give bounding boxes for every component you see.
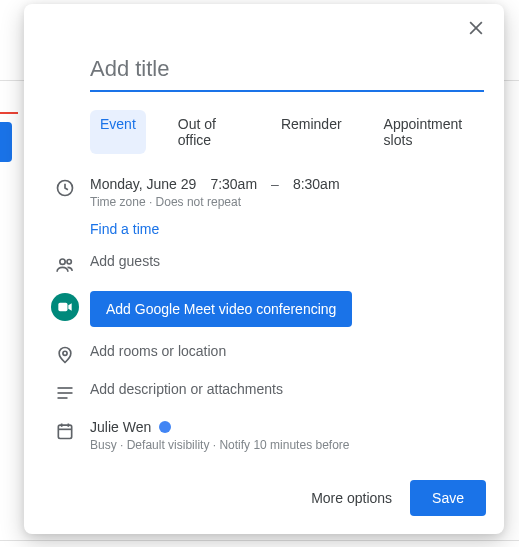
event-start-time[interactable]: 7:30am (210, 176, 257, 192)
event-end-time[interactable]: 8:30am (293, 176, 340, 192)
add-guests-field[interactable]: Add guests (90, 253, 160, 269)
visibility-label[interactable]: Default visibility (117, 438, 210, 452)
tab-event[interactable]: Event (90, 110, 146, 154)
svg-rect-8 (58, 303, 67, 311)
repeat-link[interactable]: Does not repeat (146, 195, 241, 209)
add-location-field[interactable]: Add rooms or location (90, 343, 226, 359)
svg-point-6 (60, 259, 65, 264)
add-google-meet-button[interactable]: Add Google Meet video conferencing (90, 291, 352, 327)
tab-out-of-office[interactable]: Out of office (168, 110, 249, 154)
event-date[interactable]: Monday, June 29 (90, 176, 196, 192)
find-a-time-link[interactable]: Find a time (90, 221, 484, 237)
clock-icon (40, 176, 90, 198)
event-type-tabs: Event Out of office Reminder Appointment… (24, 92, 504, 168)
calendar-color-dot (159, 421, 171, 433)
time-dash: – (271, 176, 279, 192)
title-input[interactable] (90, 50, 484, 92)
calendar-owner-name[interactable]: Julie Wen (90, 419, 151, 435)
svg-rect-13 (58, 397, 68, 399)
close-icon[interactable] (462, 14, 490, 42)
notification-label[interactable]: Notify 10 minutes before (209, 438, 349, 452)
timezone-link[interactable]: Time zone (90, 195, 146, 209)
guests-icon (40, 253, 90, 275)
svg-point-10 (63, 351, 67, 355)
meet-icon (51, 293, 79, 321)
tab-appointment-slots[interactable]: Appointment slots (374, 110, 484, 154)
save-button[interactable]: Save (410, 480, 486, 516)
svg-rect-14 (58, 425, 71, 438)
svg-marker-9 (68, 303, 71, 311)
location-icon (40, 343, 90, 365)
more-options-button[interactable]: More options (311, 490, 392, 506)
calendar-icon (40, 419, 90, 441)
tab-reminder[interactable]: Reminder (271, 110, 352, 154)
description-icon (40, 381, 90, 403)
availability-label[interactable]: Busy (90, 438, 117, 452)
add-description-field[interactable]: Add description or attachments (90, 381, 283, 397)
svg-rect-12 (58, 392, 73, 394)
svg-rect-11 (58, 387, 73, 389)
svg-point-7 (67, 260, 71, 264)
event-create-dialog: Event Out of office Reminder Appointment… (24, 4, 504, 534)
